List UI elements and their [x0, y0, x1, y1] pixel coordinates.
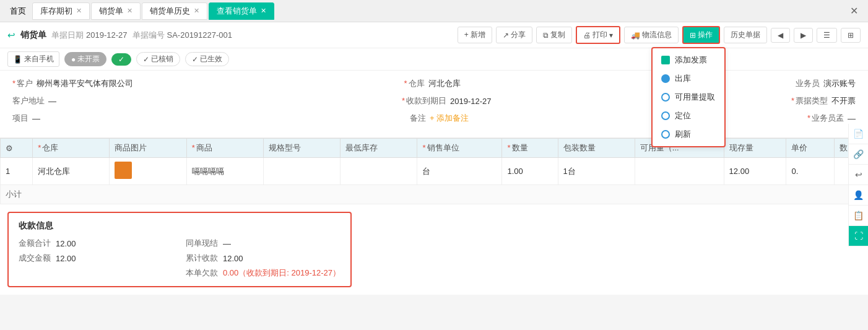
sidebar-icon-1[interactable]: 📄 [849, 124, 868, 144]
settings-icon[interactable]: ⚙ [6, 144, 13, 153]
payment-title: 收款信息 [19, 220, 341, 232]
amount-value: 12.00 [56, 239, 76, 248]
cancelled-icon: ✓ [143, 55, 149, 64]
warehouse-value: 河北仓库 [428, 78, 461, 89]
cancelled-button[interactable]: ✓ 已核销 [136, 52, 180, 66]
nav-prev-button[interactable]: ◀ [771, 28, 790, 43]
project-label: 项目 [12, 113, 28, 124]
add-note-button[interactable]: + 添加备注 [430, 113, 469, 124]
confirm-button[interactable]: ✓ [111, 53, 131, 66]
locate-icon [661, 111, 670, 120]
logistics-button[interactable]: 🚚 物流信息 [624, 27, 679, 43]
close-view-sales-tab[interactable]: ✕ [261, 7, 266, 15]
operations-button[interactable]: ⊞ 操作 [682, 26, 720, 44]
sidebar-icon-4[interactable]: 👤 [849, 185, 868, 206]
col-qty: 数量 [502, 139, 558, 158]
note-label: 备注 [410, 113, 426, 124]
payment-info: 收款信息 金额合计 12.00 同单现结 — 成交金额 12.00 累计收款 1… [7, 212, 352, 287]
not-open-button[interactable]: ● 未开票 [64, 52, 106, 66]
deal-amount-label: 成交金额 [19, 253, 51, 264]
payment-date-value: 2019-12-27 [450, 97, 492, 106]
salesperson-label: 业务员孟 [807, 113, 844, 124]
tab-view-sales[interactable]: 查看销货单 ✕ [209, 2, 274, 20]
address-value: — [48, 97, 56, 106]
cumulative-value: 12.00 [223, 254, 243, 263]
date-value: 2019-12-27 [86, 30, 128, 40]
invoice-value: 不开票 [831, 95, 856, 106]
customer-value: 柳州粤港平安气体有限公司 [37, 78, 133, 89]
view-toggle-grid[interactable]: ⊞ [841, 28, 861, 43]
logistics-icon: 🚚 [631, 31, 640, 40]
right-sidebar: 📄 🔗 ↩ 👤 📋 ⛶ [848, 124, 868, 246]
view-toggle-list[interactable]: ☰ [817, 28, 837, 43]
tab-sales[interactable]: 销货单 ✕ [91, 2, 141, 20]
tab-inventory[interactable]: 库存期初 ✕ [32, 2, 90, 20]
window-close-button[interactable]: ✕ [845, 5, 863, 17]
invoice-label: 添加发票 [675, 54, 707, 66]
salesperson-field: 业务员孟 — [807, 113, 856, 124]
arrears-row: 本单欠款 0.00（收款到期日: 2019-12-27） [186, 267, 341, 279]
print-icon: 🖨 [583, 31, 591, 40]
sidebar-icon-3[interactable]: ↩ [849, 165, 868, 185]
refresh-label: 刷新 [675, 129, 691, 140]
col-settings: ⚙ [1, 139, 33, 158]
doc-date-field: 单据日期 2019-12-27 [51, 30, 128, 41]
table-row: 1 河北仓库 嗝嗝嗝嗝 台 1.00 1台 12.00 0. [1, 158, 868, 185]
sidebar-icon-5[interactable]: 📋 [849, 206, 868, 226]
history-button[interactable]: 历史单据 [724, 27, 767, 43]
dropdown-item-locate[interactable]: 定位 [653, 106, 724, 125]
expand-icon[interactable]: ⛶ [849, 226, 868, 246]
date-label: 单据日期 [51, 30, 84, 41]
number-value: SA-20191227-001 [167, 30, 233, 40]
nav-next-button[interactable]: ▶ [794, 28, 813, 43]
dropdown-item-invoice[interactable]: 添加发票 [653, 51, 724, 69]
copy-button[interactable]: ⧉ 复制 [536, 27, 572, 43]
close-sales-tab[interactable]: ✕ [127, 7, 132, 15]
dropdown-item-available[interactable]: 可用量提取 [653, 88, 724, 106]
form-row-1: 客户 柳州粤港平安气体有限公司 仓库 河北仓库 业务员 演示账号 [12, 78, 856, 89]
close-inventory-tab[interactable]: ✕ [76, 7, 82, 15]
payment-date-field: 收款到期日 2019-12-27 [402, 95, 791, 106]
bottom-panel: 收款信息 金额合计 12.00 同单现结 — 成交金额 12.00 累计收款 1… [0, 204, 868, 295]
empty-row [19, 267, 173, 279]
share-button[interactable]: ↗ 分享 [496, 27, 532, 43]
tab-sales-history[interactable]: 销货单历史 ✕ [142, 2, 207, 20]
doc-number-field: 单据编号 SA-20191227-001 [132, 30, 233, 41]
arrears-value: 0.00（收款到期日: 2019-12-27） [223, 267, 341, 279]
staff-label: 业务员 [796, 78, 820, 89]
form-area: 客户 柳州粤港平安气体有限公司 仓库 河北仓库 业务员 演示账号 客户地址 — … [0, 71, 868, 138]
same-order-row: 同单现结 — [186, 238, 341, 249]
from-phone-button[interactable]: 📱 来自手机 [7, 51, 59, 67]
dropdown-item-refresh[interactable]: 刷新 [653, 125, 724, 144]
note-field: 备注 + 添加备注 [410, 113, 807, 124]
amount-label: 金额合计 [19, 238, 51, 249]
available-icon [661, 93, 670, 102]
col-pkg: 包装数量 [558, 139, 635, 158]
project-value: — [32, 114, 40, 123]
toolbar-right-actions: + 新增 ↗ 分享 ⧉ 复制 🖨 打印 ▾ 🚚 物流信息 ⊞ 操作 历史单据 ◀… [458, 26, 861, 44]
subtotal-label: 小计 [1, 185, 868, 204]
new-button[interactable]: + 新增 [458, 27, 492, 43]
invoice-status-icon: ● [71, 55, 76, 64]
sidebar-icon-2[interactable]: 🔗 [849, 144, 868, 165]
col-min-stock: 最低库存 [341, 139, 417, 158]
payment-date-label: 收款到期日 [402, 95, 446, 106]
available-label: 可用量提取 [675, 92, 715, 103]
dropdown-item-outbound[interactable]: 出库 [653, 69, 724, 88]
same-order-value: — [223, 239, 231, 248]
doc-icon: ↩ [7, 30, 15, 41]
outbound-label: 出库 [675, 73, 691, 84]
cell-pkg: 1台 [558, 158, 635, 185]
products-table: ⚙ 仓库 商品图片 商品 规格型号 最低库存 销售单位 数量 包装数量 可用量（… [0, 138, 868, 204]
confirm-icon: ✓ [118, 55, 124, 64]
form-row-3: 项目 — 备注 + 添加备注 业务员孟 — [12, 113, 856, 124]
print-button[interactable]: 🖨 打印 ▾ [576, 26, 620, 44]
project-field: 项目 — [12, 113, 410, 124]
col-spec: 规格型号 [263, 139, 340, 158]
arrears-label: 本单欠款 [186, 267, 218, 279]
effective-button[interactable]: ✓ 已生效 [185, 52, 229, 66]
close-history-tab[interactable]: ✕ [194, 7, 199, 15]
amount-row: 金额合计 12.00 [19, 238, 173, 249]
cumulative-label: 累计收款 [186, 253, 218, 264]
tab-home[interactable]: 首页 [5, 6, 31, 17]
